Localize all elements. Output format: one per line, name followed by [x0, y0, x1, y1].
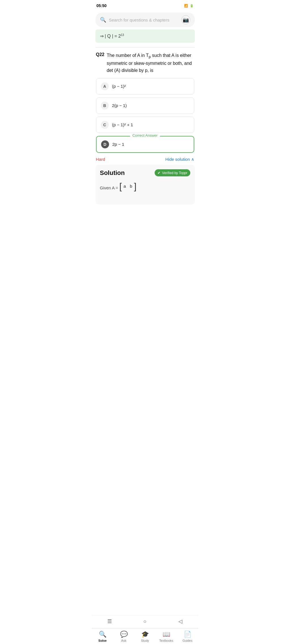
status-bar: 05:50 📶 🔋 [92, 0, 198, 10]
nav-label-ask: Ask [121, 639, 126, 642]
matrix-cell-b: b [130, 184, 132, 189]
status-battery: 🔋 [190, 4, 194, 8]
matrix-inner: a b [122, 183, 134, 189]
verified-label: Verified by Toppr [162, 171, 187, 175]
verified-check-icon: ✔ [157, 171, 161, 175]
question-number: Q22 [96, 52, 105, 74]
android-nav-bar: ☰ ○ ◁ [92, 615, 198, 627]
option-b[interactable]: B 2(p − 1) [96, 97, 194, 114]
option-c-text: (p − 1)² + 1 [112, 122, 133, 127]
verified-badge: ✔ Verified by Toppr [155, 169, 190, 176]
solve-icon: 🔍 [99, 631, 106, 638]
option-a[interactable]: A (p − 1)² [96, 78, 194, 95]
left-bracket: [ [119, 182, 122, 191]
textbooks-icon: 📖 [163, 631, 170, 638]
option-b-badge: B [101, 102, 109, 110]
option-d[interactable]: Correct Answer D 2p − 1 [96, 136, 194, 153]
status-icons: 📶 🔋 [184, 4, 194, 8]
option-c[interactable]: C (p − 1)² + 1 [96, 117, 194, 133]
right-bracket: ] [134, 182, 137, 191]
previous-answer-box: ⇒ | Q | = 213 [95, 29, 195, 43]
android-menu-button[interactable]: ☰ [106, 618, 113, 625]
question-header: Q22 The number of A in Tp such that A is… [96, 52, 194, 74]
android-home-button[interactable]: ○ [142, 618, 148, 625]
solution-content: Given A = [ a b ] [100, 181, 190, 191]
solution-title: Solution [100, 169, 125, 177]
correct-answer-label: Correct Answer [130, 133, 160, 138]
guides-icon: 📄 [184, 631, 191, 638]
search-bar[interactable]: 🔍 Search for questions & chapters 📷 [95, 12, 195, 27]
nav-item-ask[interactable]: 💬 Ask [115, 631, 132, 642]
nav-item-textbooks[interactable]: 📖 Textbooks [158, 631, 175, 642]
option-d-text: 2p − 1 [112, 142, 124, 147]
option-b-text: 2(p − 1) [112, 103, 127, 108]
nav-item-guides[interactable]: 📄 Guides [179, 631, 196, 642]
matrix-display: [ a b ] [119, 182, 136, 191]
math-result-text: ⇒ | Q | = 213 [100, 34, 124, 38]
hide-solution-label: Hide solution [165, 157, 190, 162]
android-back-button[interactable]: ◁ [177, 618, 184, 625]
nav-label-textbooks: Textbooks [159, 639, 173, 642]
hide-solution-button[interactable]: Hide solution ∧ [165, 157, 194, 162]
matrix-cell-a: a [123, 184, 126, 189]
camera-icon[interactable]: 📷 [181, 15, 190, 24]
hamburger-icon: ☰ [107, 618, 112, 624]
nav-label-study: Study [141, 639, 149, 642]
options-list: A (p − 1)² B 2(p − 1) C (p − 1)² + 1 Cor… [96, 78, 194, 153]
difficulty-label: Hard [96, 157, 105, 162]
question-section: Q22 The number of A in Tp such that A is… [92, 52, 198, 153]
chevron-up-icon: ∧ [191, 157, 194, 162]
nav-label-solve: Solve [98, 639, 106, 642]
option-c-badge: C [101, 121, 109, 129]
solution-given-text: Given A = [100, 185, 120, 190]
status-time: 05:50 [97, 3, 107, 8]
section-divider [95, 47, 195, 48]
nav-item-study[interactable]: 🎓 Study [137, 631, 153, 642]
search-placeholder: Search for questions & chapters [109, 18, 178, 22]
nav-label-guides: Guides [183, 639, 193, 642]
bottom-nav: 🔍 Solve 💬 Ask 🎓 Study 📖 Textbooks 📄 Guid… [92, 628, 198, 644]
solution-card: Solution ✔ Verified by Toppr Given A = [… [95, 165, 195, 204]
nav-item-solve[interactable]: 🔍 Solve [94, 631, 111, 642]
status-signal: 📶 [184, 4, 188, 8]
solution-header: Solution ✔ Verified by Toppr [100, 169, 190, 177]
solution-meta-row: Hard Hide solution ∧ [92, 153, 198, 165]
search-icon: 🔍 [100, 17, 106, 23]
study-icon: 🎓 [141, 631, 149, 638]
option-d-badge: D [101, 140, 109, 148]
ask-icon: 💬 [120, 631, 128, 638]
option-a-badge: A [101, 82, 109, 90]
home-icon: ○ [144, 619, 147, 624]
option-a-text: (p − 1)² [112, 84, 126, 89]
back-icon: ◁ [178, 618, 182, 624]
question-text: The number of A in Tp such that A is eit… [107, 52, 194, 74]
